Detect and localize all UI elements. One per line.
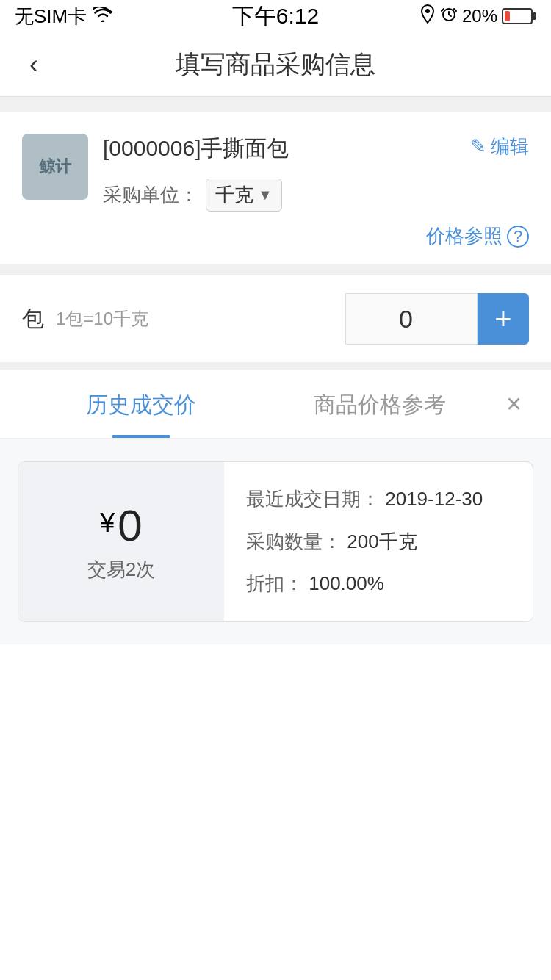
quantity-input[interactable]: [345, 293, 478, 345]
status-bar: 无SIM卡 下午6:12 20%: [0, 0, 551, 32]
price-card: ¥ 0 交易2次 最近成交日期： 2019-12-30 采购数量： 200千克 …: [18, 461, 533, 622]
tabs-bar: 历史成交价 商品价格参考 ×: [0, 370, 551, 439]
purchase-unit-row: 采购单位： 千克 ▼: [103, 179, 289, 212]
network-label: 无SIM卡: [15, 4, 87, 29]
price-ref-row: 价格参照 ?: [22, 223, 529, 249]
battery-icon: [502, 8, 536, 24]
edit-icon: ✎: [470, 135, 486, 158]
tab-history-price[interactable]: 历史成交价: [22, 370, 260, 438]
nav-bar: ‹ 填写商品采购信息: [0, 32, 551, 97]
status-right: 20%: [419, 4, 536, 28]
edit-label: 编辑: [491, 134, 529, 159]
edit-button[interactable]: ✎ 编辑: [470, 134, 529, 159]
unit-dropdown[interactable]: 千克 ▼: [206, 179, 282, 212]
svg-point-0: [425, 9, 430, 13]
wifi-icon: [93, 5, 113, 28]
purchase-unit-label: 采购单位：: [103, 182, 198, 208]
product-section: 鲸计 [0000006]手撕面包 采购单位： 千克 ▼ ✎ 编辑 价格参照 ?: [0, 112, 551, 264]
unit-value: 千克: [215, 182, 253, 208]
alarm-icon: [440, 5, 458, 27]
dropdown-arrow-icon: ▼: [258, 187, 273, 203]
product-info: [0000006]手撕面包 采购单位： 千克 ▼: [103, 134, 289, 212]
discount-value: 100.00%: [309, 572, 384, 594]
tab-product-price-ref-label: 商品价格参考: [314, 392, 446, 417]
product-header: 鲸计 [0000006]手撕面包 采购单位： 千克 ▼ ✎ 编辑: [22, 134, 529, 212]
tab-history-price-label: 历史成交价: [86, 392, 196, 417]
latest-date-label: 最近成交日期：: [246, 488, 380, 510]
back-button[interactable]: ‹: [22, 42, 46, 87]
quantity-section: 包 1包=10千克 +: [0, 275, 551, 362]
purchase-qty-label: 采购数量：: [246, 530, 342, 552]
unit-box: 包: [22, 304, 44, 334]
price-amount: 0: [118, 500, 142, 551]
price-right-panel: 最近成交日期： 2019-12-30 采购数量： 200千克 折扣： 100.0…: [224, 462, 533, 621]
quantity-plus-button[interactable]: +: [478, 293, 529, 345]
tab-product-price-ref[interactable]: 商品价格参考: [260, 370, 498, 438]
page-title: 填写商品采购信息: [176, 48, 375, 82]
price-amount-display: ¥ 0: [100, 500, 142, 551]
purchase-qty-row: 采购数量： 200千克: [246, 527, 511, 558]
product-left: 鲸计 [0000006]手撕面包 采购单位： 千克 ▼: [22, 134, 289, 212]
price-ref-button[interactable]: 价格参照: [426, 223, 503, 249]
help-icon[interactable]: ?: [507, 226, 529, 248]
latest-date-value: 2019-12-30: [385, 488, 483, 510]
unit-conversion: 1包=10千克: [56, 307, 148, 331]
tab-underline: [112, 435, 170, 438]
section-divider: [0, 264, 551, 275]
status-left: 无SIM卡: [15, 4, 113, 29]
status-time: 下午6:12: [232, 1, 319, 32]
discount-row: 折扣： 100.00%: [246, 569, 511, 599]
latest-date-row: 最近成交日期： 2019-12-30: [246, 484, 511, 515]
product-logo: 鲸计: [39, 157, 71, 176]
price-left-panel: ¥ 0 交易2次: [18, 462, 224, 621]
currency-symbol: ¥: [100, 508, 115, 538]
price-trades: 交易2次: [87, 557, 155, 583]
discount-label: 折扣：: [246, 572, 303, 594]
close-button[interactable]: ×: [499, 381, 529, 427]
purchase-qty-value: 200千克: [347, 530, 417, 552]
unit-label-group: 包 1包=10千克: [22, 304, 148, 334]
empty-space: [0, 644, 551, 980]
quantity-input-group: +: [345, 293, 529, 345]
tabs-section: 历史成交价 商品价格参考 × ¥ 0 交易2次 最近成交日期： 2019-12-…: [0, 370, 551, 980]
product-name: [0000006]手撕面包: [103, 134, 289, 164]
battery-percent: 20%: [462, 6, 497, 26]
location-icon: [419, 4, 436, 28]
product-icon: 鲸计: [22, 134, 88, 200]
